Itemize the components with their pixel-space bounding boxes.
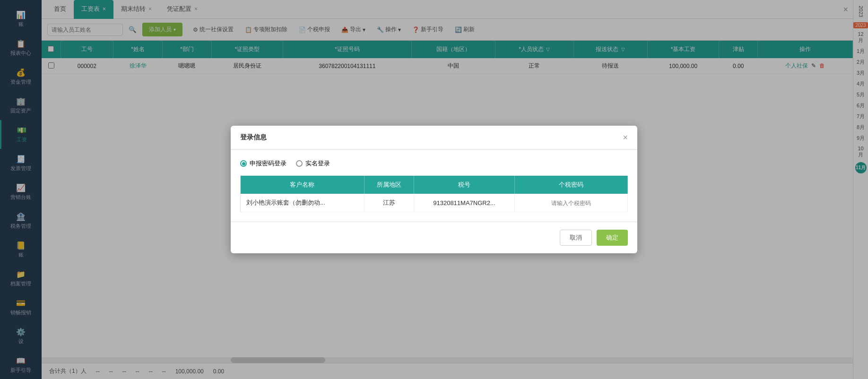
dialog-header: 登录信息 × (231, 126, 637, 150)
cancel-button[interactable]: 取消 (560, 230, 592, 246)
login-type-radio-group: 申报密码登录 实名登录 (240, 159, 628, 168)
dialog-footer: 取消 确定 (231, 222, 637, 253)
tax-password-input[interactable] (521, 200, 622, 207)
dialog-col-password: 个税密码 (515, 176, 628, 194)
dialog-cell-client-name: 刘小艳演示账套（勿删勿动... (241, 194, 365, 212)
dialog-col-region: 所属地区 (364, 176, 414, 194)
dialog-close-button[interactable]: × (623, 133, 628, 142)
confirm-button[interactable]: 确定 (597, 230, 628, 246)
dialog-title: 登录信息 (240, 133, 267, 142)
dialog-col-taxno: 税号 (414, 176, 515, 194)
dialog-table-row: 刘小艳演示账套（勿删勿动... 江苏 91320811MA7NGR2... (241, 194, 628, 212)
radio-password-circle (240, 160, 247, 167)
dialog-cell-password (515, 194, 628, 212)
dialog-cell-region: 江苏 (364, 194, 414, 212)
login-info-table: 客户名称 所属地区 税号 个税密码 刘小艳演示账套（勿删勿动... 江苏 913… (240, 175, 628, 212)
dialog-cell-taxno: 91320811MA7NGR2... (414, 194, 515, 212)
login-dialog: 登录信息 × 申报密码登录 实名登录 (231, 126, 637, 253)
dialog-body: 申报密码登录 实名登录 客户名称 所属地区 税号 个税密码 (231, 150, 637, 222)
modal-overlay: 登录信息 × 申报密码登录 实名登录 (0, 0, 868, 379)
dialog-col-client: 客户名称 (241, 176, 365, 194)
radio-realname-login[interactable]: 实名登录 (296, 159, 330, 168)
radio-realname-circle (296, 160, 303, 167)
radio-password-login[interactable]: 申报密码登录 (240, 159, 286, 168)
